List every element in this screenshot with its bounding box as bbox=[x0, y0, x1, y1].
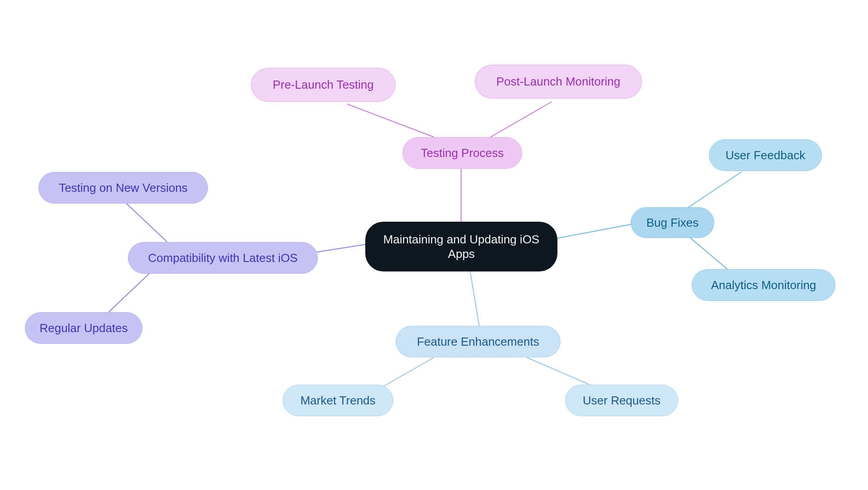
leaf-testing-new-versions[interactable]: Testing on New Versions bbox=[38, 172, 208, 204]
leaf-analytics-label: Analytics Monitoring bbox=[711, 278, 816, 293]
branch-bugs-label: Bug Fixes bbox=[646, 215, 699, 230]
branch-bugs[interactable]: Bug Fixes bbox=[631, 207, 714, 238]
center-label: Maintaining and Updating iOS Apps bbox=[378, 232, 545, 262]
branch-features[interactable]: Feature Enhancements bbox=[396, 326, 561, 357]
branch-compat-label: Compatibility with Latest iOS bbox=[148, 251, 298, 266]
leaf-post-launch-monitoring[interactable]: Post-Launch Monitoring bbox=[475, 65, 642, 99]
leaf-market-trends[interactable]: Market Trends bbox=[283, 385, 393, 416]
leaf-user-requests-label: User Requests bbox=[583, 393, 660, 408]
svg-line-8 bbox=[687, 235, 730, 271]
branch-compat[interactable]: Compatibility with Latest iOS bbox=[128, 242, 318, 274]
center-node[interactable]: Maintaining and Updating iOS Apps bbox=[365, 222, 557, 271]
svg-line-5 bbox=[106, 271, 151, 314]
svg-line-9 bbox=[470, 271, 479, 326]
leaf-analytics-monitoring[interactable]: Analytics Monitoring bbox=[692, 269, 835, 301]
branch-testing-label: Testing Process bbox=[421, 146, 504, 161]
leaf-testing-new-label: Testing on New Versions bbox=[59, 181, 188, 195]
svg-line-6 bbox=[556, 224, 633, 238]
leaf-pre-launch-label: Pre-Launch Testing bbox=[273, 77, 374, 92]
branch-testing[interactable]: Testing Process bbox=[402, 137, 522, 169]
mindmap-canvas: Maintaining and Updating iOS Apps Testin… bbox=[0, 0, 868, 490]
leaf-post-launch-label: Post-Launch Monitoring bbox=[496, 74, 621, 89]
svg-line-7 bbox=[687, 172, 741, 208]
svg-line-2 bbox=[491, 102, 552, 137]
leaf-market-trends-label: Market Trends bbox=[300, 393, 375, 408]
leaf-pre-launch-testing[interactable]: Pre-Launch Testing bbox=[251, 68, 396, 102]
leaf-user-feedback[interactable]: User Feedback bbox=[709, 139, 822, 171]
branch-features-label: Feature Enhancements bbox=[417, 334, 539, 349]
leaf-regular-updates[interactable]: Regular Updates bbox=[25, 312, 142, 344]
svg-line-4 bbox=[127, 204, 167, 242]
leaf-user-requests[interactable]: User Requests bbox=[565, 385, 678, 416]
leaf-user-feedback-label: User Feedback bbox=[726, 148, 805, 163]
leaf-regular-updates-label: Regular Updates bbox=[39, 321, 127, 336]
svg-line-1 bbox=[347, 104, 434, 137]
